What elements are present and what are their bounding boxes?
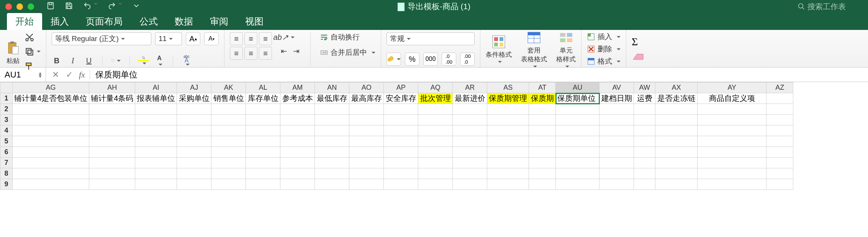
- cell-AG9[interactable]: [13, 179, 89, 190]
- decrease-indent-icon[interactable]: ⇤: [279, 46, 289, 56]
- tab-审阅[interactable]: 审阅: [201, 13, 237, 30]
- font-size-select[interactable]: 11: [155, 32, 182, 45]
- cell-AX1[interactable]: 是否走冻链: [655, 93, 698, 104]
- cell-AS4[interactable]: [487, 125, 529, 136]
- col-header-AK[interactable]: AK: [211, 82, 246, 93]
- cell-AK1[interactable]: 销售单位: [211, 93, 246, 104]
- cell-AJ9[interactable]: [177, 179, 211, 190]
- cell-AU7[interactable]: [556, 158, 599, 168]
- tab-公式[interactable]: 公式: [131, 13, 166, 30]
- align-top-icon[interactable]: ≡: [230, 32, 243, 45]
- increase-decimal-icon[interactable]: .0.00: [442, 53, 456, 66]
- cell-AZ8[interactable]: [766, 168, 793, 179]
- accounting-format-icon[interactable]: [387, 53, 401, 66]
- cell-AQ7[interactable]: [418, 158, 453, 168]
- cell-AU2[interactable]: [556, 104, 599, 115]
- cell-AI1[interactable]: 报表辅单位: [135, 93, 177, 104]
- cell-AP6[interactable]: [384, 147, 418, 158]
- cell-AY8[interactable]: [698, 168, 766, 179]
- cell-AI3[interactable]: [135, 115, 177, 125]
- cell-AU4[interactable]: [556, 125, 599, 136]
- cell-AJ4[interactable]: [177, 125, 211, 136]
- cell-AI4[interactable]: [135, 125, 177, 136]
- phonetic-button[interactable]: abcA: [182, 56, 192, 66]
- cell-AL2[interactable]: [246, 104, 280, 115]
- cell-AT9[interactable]: [529, 179, 556, 190]
- row-header-5[interactable]: 5: [0, 136, 13, 147]
- close-window-icon[interactable]: [5, 3, 12, 10]
- cell-AH1[interactable]: 辅计量4条码: [89, 93, 135, 104]
- cell-AX3[interactable]: [655, 115, 698, 125]
- cell-AI7[interactable]: [135, 158, 177, 168]
- cell-AM4[interactable]: [280, 125, 315, 136]
- format-table-button[interactable]: 套用 表格格式: [521, 30, 547, 68]
- col-header-AJ[interactable]: AJ: [177, 82, 211, 93]
- col-header-AR[interactable]: AR: [453, 82, 487, 93]
- cell-AI5[interactable]: [135, 136, 177, 147]
- cell-AG8[interactable]: [13, 168, 89, 179]
- copy-icon[interactable]: [25, 47, 41, 58]
- cell-AG3[interactable]: [13, 115, 89, 125]
- cell-AP3[interactable]: [384, 115, 418, 125]
- row-header-8[interactable]: 8: [0, 168, 13, 179]
- cell-AP4[interactable]: [384, 125, 418, 136]
- cell-AO8[interactable]: [349, 168, 384, 179]
- format-cells-button[interactable]: 格式: [587, 56, 621, 66]
- cell-AK2[interactable]: [211, 104, 246, 115]
- cell-AK7[interactable]: [211, 158, 246, 168]
- cell-AO7[interactable]: [349, 158, 384, 168]
- cell-AM9[interactable]: [280, 179, 315, 190]
- increase-indent-icon[interactable]: ⇥: [291, 46, 301, 56]
- cell-AJ3[interactable]: [177, 115, 211, 125]
- cell-AH8[interactable]: [89, 168, 135, 179]
- cell-AW9[interactable]: [634, 179, 655, 190]
- cell-AX5[interactable]: [655, 136, 698, 147]
- cell-AR2[interactable]: [453, 104, 487, 115]
- cell-AR3[interactable]: [453, 115, 487, 125]
- cell-AT6[interactable]: [529, 147, 556, 158]
- cell-AR9[interactable]: [453, 179, 487, 190]
- cell-AL6[interactable]: [246, 147, 280, 158]
- cell-AY4[interactable]: [698, 125, 766, 136]
- cell-AS8[interactable]: [487, 168, 529, 179]
- cell-AL8[interactable]: [246, 168, 280, 179]
- cell-AY2[interactable]: [698, 104, 766, 115]
- cell-AL4[interactable]: [246, 125, 280, 136]
- tab-页面布局[interactable]: 页面布局: [77, 13, 131, 30]
- cell-AK4[interactable]: [211, 125, 246, 136]
- cell-AZ5[interactable]: [766, 136, 793, 147]
- formula-content[interactable]: 保质期单位: [90, 69, 138, 81]
- cell-AO1[interactable]: 最高库存: [349, 93, 384, 104]
- cell-AO2[interactable]: [349, 104, 384, 115]
- cell-AH6[interactable]: [89, 147, 135, 158]
- redo-icon[interactable]: [108, 2, 122, 12]
- format-painter-icon[interactable]: [25, 61, 41, 73]
- cell-AM3[interactable]: [280, 115, 315, 125]
- cell-AQ9[interactable]: [418, 179, 453, 190]
- cell-AK8[interactable]: [211, 168, 246, 179]
- cell-AN5[interactable]: [315, 136, 349, 147]
- cell-AU3[interactable]: [556, 115, 599, 125]
- search-box[interactable]: [798, 2, 861, 11]
- col-header-AT[interactable]: AT: [529, 82, 556, 93]
- align-bottom-icon[interactable]: ≡: [259, 32, 272, 45]
- cell-AW6[interactable]: [634, 147, 655, 158]
- col-header-AH[interactable]: AH: [89, 82, 135, 93]
- cell-AT1[interactable]: 保质期: [529, 93, 556, 104]
- cell-AZ1[interactable]: [766, 93, 793, 104]
- cut-icon[interactable]: [25, 32, 41, 44]
- cell-AO6[interactable]: [349, 147, 384, 158]
- row-header-3[interactable]: 3: [0, 115, 13, 125]
- cell-AT4[interactable]: [529, 125, 556, 136]
- row-header-4[interactable]: 4: [0, 125, 13, 136]
- cell-AU5[interactable]: [556, 136, 599, 147]
- cell-AT8[interactable]: [529, 168, 556, 179]
- cell-AZ9[interactable]: [766, 179, 793, 190]
- cell-AS5[interactable]: [487, 136, 529, 147]
- increase-font-icon[interactable]: A▴: [186, 32, 200, 45]
- cell-AM7[interactable]: [280, 158, 315, 168]
- cell-AH2[interactable]: [89, 104, 135, 115]
- cell-AV5[interactable]: [599, 136, 634, 147]
- cell-AO5[interactable]: [349, 136, 384, 147]
- cell-AK9[interactable]: [211, 179, 246, 190]
